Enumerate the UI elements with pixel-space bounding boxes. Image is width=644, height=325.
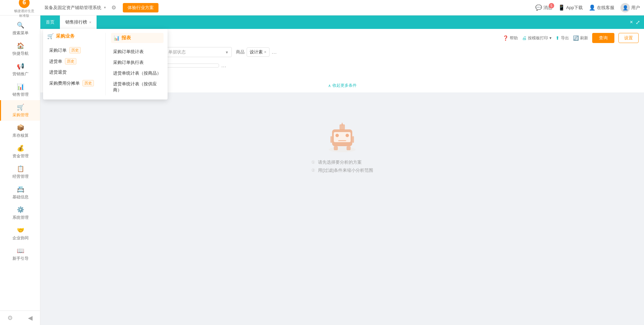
system-dropdown-icon[interactable]: ▾ <box>104 5 106 10</box>
sidebar-item-purchase[interactable]: 🛒 采购管理 <box>0 100 40 121</box>
sidebar-item-guide[interactable]: 📖 新手引导 <box>0 244 40 264</box>
logo-icon: 6 <box>19 0 30 8</box>
salesperson-more-btn[interactable]: … <box>221 63 226 69</box>
query-btn[interactable]: 查询 <box>592 33 614 43</box>
tab-sales-rank-close[interactable]: × <box>89 20 91 24</box>
collapse-label: 收起更多条件 <box>332 83 357 88</box>
menu-purchase-order[interactable]: 采购订单 历史 <box>47 45 100 56</box>
purchase-fee-history: 历史 <box>82 80 94 86</box>
online-service-item[interactable]: 👤 在线客服 <box>589 4 614 11</box>
menu-purchase-order-exec[interactable]: 采购订单执行表 <box>111 57 164 68</box>
settings-btn[interactable]: 设置 <box>618 33 639 43</box>
refresh-icon: 🔄 <box>573 35 579 41</box>
purchase-section: 🛒 采购业务 采购订单 历史 进货单 历史 进货退货 采购费用分摊单 历史 <box>43 33 104 95</box>
report-section-title: 📊 报表 <box>111 33 164 43</box>
system-icon: ⚙️ <box>17 206 24 213</box>
sidebar-label-marketing: 营销推广 <box>12 71 29 77</box>
tab-right-actions: × ⤢ <box>630 19 644 26</box>
help-item[interactable]: ❓ 帮助 <box>503 35 518 41</box>
export-label: 导出 <box>561 35 569 41</box>
sidebar-item-quick-nav[interactable]: 🏠 快捷导航 <box>0 39 40 59</box>
report-section-icon: 📊 <box>114 35 119 41</box>
sidebar-label-search: 搜索菜单 <box>12 30 29 36</box>
app-download-item[interactable]: 📱 App下载 <box>558 4 583 11</box>
home-icon: 🏠 <box>17 42 24 49</box>
refresh-item[interactable]: 🔄 刷新 <box>573 35 588 41</box>
purchase-order-exec-label: 采购订单执行表 <box>113 59 144 66</box>
logo-text: 畅捷通好生意 <box>14 9 34 13</box>
enterprise-icon: 🤝 <box>17 227 24 234</box>
doc-status-select[interactable]: 单据状态 ▾ <box>165 47 232 57</box>
tab-window-resize-btn[interactable]: ⤢ <box>636 19 640 26</box>
goods-value: 设计素 <box>250 49 263 55</box>
sidebar-label-inventory: 库存核算 <box>12 133 29 138</box>
user-item[interactable]: 👤 用户 <box>620 3 640 12</box>
basic-info-icon: 📇 <box>17 186 24 193</box>
sales-icon: 📊 <box>17 83 24 90</box>
mobile-icon: 📱 <box>558 4 565 11</box>
avatar-icon: 👤 <box>622 5 628 10</box>
purchase-section-title: 🛒 采购业务 <box>47 33 100 41</box>
marketing-icon: 📢 <box>17 63 24 70</box>
doc-status-dropdown-icon: ▾ <box>226 50 228 55</box>
message-icon: 💬 <box>535 4 542 11</box>
sidebar-collapse-icon[interactable]: ◀ <box>28 314 33 322</box>
message-item[interactable]: 💬 消息 5 <box>535 4 552 11</box>
sidebar-item-search[interactable]: 🔍 搜索菜单 <box>0 18 40 39</box>
svg-rect-11 <box>347 146 351 150</box>
empty-illustration <box>322 119 362 153</box>
tab-sales-rank-label: 销售排行榜 <box>65 19 87 25</box>
purchase-dropdown-menu: 🛒 采购业务 采购订单 历史 进货单 历史 进货退货 采购费用分摊单 历史 📊 … <box>43 29 168 99</box>
purchase-fee-label: 采购费用分摊单 <box>49 80 80 86</box>
sidebar-item-sales[interactable]: 📊 销售管理 <box>0 80 40 100</box>
print-item[interactable]: 🖨 按模板打印 ▾ <box>522 35 551 41</box>
export-icon: ⬆ <box>556 35 560 41</box>
svg-rect-10 <box>334 146 338 150</box>
menu-stock-return[interactable]: 进货退货 <box>47 67 100 78</box>
empty-text: ① 请先选择要分析的方案 ② 用[过滤]条件来缩小分析范围 <box>311 158 373 174</box>
sidebar-item-system[interactable]: ⚙️ 系统管理 <box>0 203 40 223</box>
sidebar-item-operations[interactable]: 📋 经营管理 <box>0 162 40 182</box>
menu-stock-in[interactable]: 进货单 历史 <box>47 56 100 67</box>
tab-bar: 首页 销售排行榜 × × ⤢ <box>40 15 644 29</box>
top-header: 6 畅捷通好生意 标准版 装备及固定资产辅助管理系统 ▾ ⚙ 体验行业方案 💬 … <box>0 0 644 15</box>
help-label: 帮助 <box>510 35 518 41</box>
tab-home-label: 首页 <box>46 19 55 25</box>
sidebar-label-finance: 资金管理 <box>12 153 29 159</box>
menu-stock-in-stat-supplier[interactable]: 进货单统计表（按供应商） <box>111 79 164 95</box>
message-badge-count: 5 <box>549 3 554 8</box>
sidebar-item-inventory[interactable]: 📦 库存核算 <box>0 121 40 141</box>
goods-more-btn[interactable]: … <box>272 49 277 55</box>
print-dropdown-icon: ▾ <box>549 36 551 40</box>
stock-return-label: 进货退货 <box>49 69 67 75</box>
tab-window-close-btn[interactable]: × <box>630 19 633 25</box>
sidebar-label-sales: 销售管理 <box>12 92 29 97</box>
user-avatar: 👤 <box>620 3 630 12</box>
search-icon: 🔍 <box>17 22 24 29</box>
system-name-label: 装备及固定资产辅助管理系统 <box>44 5 101 11</box>
tab-sales-rank[interactable]: 销售排行榜 × <box>60 15 97 29</box>
sidebar-settings-icon[interactable]: ⚙ <box>7 314 13 322</box>
stock-in-history: 历史 <box>65 58 76 65</box>
sidebar-item-enterprise[interactable]: 🤝 企业协同 <box>0 223 40 244</box>
purchase-order-label: 采购订单 <box>49 47 67 53</box>
sidebar-item-basic-info[interactable]: 📇 基础信息 <box>0 182 40 203</box>
empty-state: ① 请先选择要分析的方案 ② 用[过滤]条件来缩小分析范围 <box>40 92 644 201</box>
export-item[interactable]: ⬆ 导出 <box>556 35 569 41</box>
menu-stock-in-stat-goods[interactable]: 进货单统计表（按商品） <box>111 68 164 79</box>
empty-hint-1: ① 请先选择要分析的方案 <box>311 158 373 166</box>
header-right: 💬 消息 5 📱 App下载 👤 在线客服 👤 用户 <box>535 3 640 12</box>
menu-purchase-order-stat[interactable]: 采购订单统计表 <box>111 46 164 57</box>
trial-btn[interactable]: 体验行业方案 <box>123 3 158 12</box>
sidebar-item-finance[interactable]: 💰 资金管理 <box>0 141 40 162</box>
sidebar-label-enterprise: 企业协同 <box>12 235 29 241</box>
settings-gear-icon[interactable]: ⚙ <box>111 4 116 11</box>
goods-chip-close[interactable]: × <box>264 50 266 54</box>
sidebar-item-marketing[interactable]: 📢 营销推广 <box>0 59 40 80</box>
menu-purchase-fee[interactable]: 采购费用分摊单 历史 <box>47 78 100 89</box>
goods-label: 商品 <box>236 49 245 55</box>
svg-point-4 <box>346 134 349 137</box>
sidebar-label-basic-info: 基础信息 <box>12 194 29 200</box>
purchase-section-icon: 🛒 <box>47 33 54 39</box>
logo-sub: 标准版 <box>19 13 29 18</box>
